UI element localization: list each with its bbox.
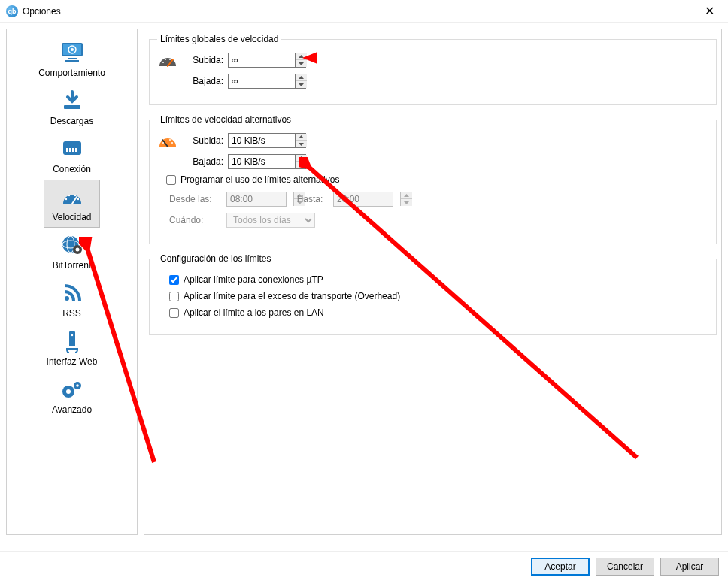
sidebar-item-label: Velocidad [52, 212, 91, 222]
sidebar-item-label: Interfaz Web [47, 356, 98, 367]
global-download-label: Bajada: [183, 76, 228, 86]
alt-limits-legend: Límites de velocidad alternativos [157, 114, 294, 125]
svg-point-13 [68, 195, 69, 196]
overhead-label: Aplicar límite para el exceso de transpo… [184, 291, 400, 301]
cancel-button[interactable]: Cancelar [596, 558, 654, 576]
gears-icon [60, 376, 84, 403]
sidebar-item-advanced[interactable]: Avanzado [44, 372, 100, 420]
svg-point-21 [65, 296, 69, 301]
when-label: Cuándo: [169, 215, 222, 225]
overhead-checkbox[interactable] [169, 292, 179, 301]
global-limits-group: Límites globales de velocidad Subida: Ba… [149, 34, 717, 105]
sidebar-item-behavior[interactable]: Comportamiento [44, 35, 100, 83]
svg-rect-9 [69, 148, 71, 152]
svg-point-27 [66, 389, 71, 394]
svg-point-15 [77, 198, 78, 200]
alt-download-input[interactable] [229, 155, 295, 168]
svg-rect-8 [66, 148, 68, 152]
alt-upload-spinner[interactable] [228, 133, 306, 148]
to-time-spinner [333, 192, 393, 207]
limit-config-group: Configuración de los límites Aplicar lím… [149, 253, 717, 335]
global-limits-legend: Límites globales de velocidad [157, 34, 281, 44]
svg-point-29 [162, 62, 164, 63]
svg-point-31 [169, 59, 171, 60]
alt-upload-label: Subida: [183, 135, 228, 146]
svg-point-23 [71, 334, 72, 336]
sidebar-item-bittorrent[interactable]: BitTorrent [44, 228, 100, 276]
spin-up-button[interactable] [296, 53, 307, 60]
apply-button[interactable]: Aplicar [660, 558, 719, 576]
window-close-button[interactable]: ✕ [697, 4, 722, 18]
globe-gear-icon [61, 231, 83, 259]
alt-download-label: Bajada: [183, 156, 228, 167]
svg-point-33 [169, 139, 171, 141]
svg-rect-2 [68, 58, 77, 59]
limit-config-legend: Configuración de los límites [157, 253, 274, 264]
window-title: Opciones [23, 6, 61, 17]
alt-limits-group: Límites de velocidad alternativos Subida… [149, 114, 717, 244]
sidebar-item-connection[interactable]: Conexión [44, 132, 100, 180]
lan-checkbox[interactable] [169, 308, 179, 318]
sidebar-item-label: Descargas [50, 116, 93, 126]
svg-point-28 [76, 384, 79, 387]
sidebar-item-rss[interactable]: RSS [44, 276, 100, 324]
spin-up-button[interactable] [296, 134, 307, 141]
alt-upload-input[interactable] [229, 134, 295, 147]
speedometer-icon [60, 183, 84, 210]
from-time-spinner [226, 192, 287, 207]
spin-up-button [401, 192, 412, 199]
utp-checkbox[interactable] [169, 275, 179, 285]
from-label: Desde las: [169, 194, 222, 204]
svg-rect-24 [66, 348, 78, 350]
svg-point-34 [171, 142, 173, 144]
speedometer-small-icon [157, 53, 178, 68]
spin-up-button[interactable] [296, 74, 307, 81]
app-icon: qb [6, 5, 18, 17]
settings-sidebar: Comportamiento Descargas Conexión Veloci… [6, 29, 138, 535]
rss-icon [62, 280, 83, 307]
spin-down-button[interactable] [296, 81, 307, 88]
alt-download-spinner[interactable] [228, 154, 306, 169]
to-time-input [334, 192, 400, 206]
svg-point-20 [75, 248, 79, 252]
server-icon [63, 328, 81, 355]
sidebar-item-label: Comportamiento [38, 68, 105, 78]
schedule-label: Programar el uso de límites alternativos [180, 174, 339, 185]
network-port-icon [61, 135, 83, 162]
dialog-button-bar: Aceptar Cancelar Aplicar [0, 551, 728, 581]
spin-down-button[interactable] [296, 162, 307, 168]
svg-rect-11 [75, 148, 77, 152]
global-download-spinner[interactable] [228, 74, 306, 89]
svg-rect-10 [72, 148, 74, 152]
when-select: Todos los días [226, 213, 315, 228]
global-upload-input[interactable] [229, 53, 295, 67]
utp-label: Aplicar límite para conexiones µTP [184, 274, 323, 285]
svg-point-5 [71, 48, 74, 51]
svg-point-12 [65, 198, 66, 200]
sidebar-item-webui[interactable]: Interfaz Web [44, 324, 100, 372]
alt-speedometer-icon [157, 133, 178, 148]
spin-down-button[interactable] [296, 141, 307, 147]
sidebar-item-label: Conexión [53, 164, 91, 174]
svg-point-32 [162, 142, 164, 144]
lan-label: Aplicar el límite a los pares en LAN [184, 307, 324, 318]
svg-rect-6 [64, 105, 80, 109]
global-upload-spinner[interactable] [228, 53, 306, 68]
from-time-input [227, 192, 293, 206]
sidebar-item-label: BitTorrent [53, 260, 91, 271]
sidebar-item-label: Avanzado [52, 404, 92, 415]
monitor-gear-icon [59, 39, 85, 66]
spin-up-button[interactable] [296, 155, 307, 162]
settings-panel: Límites globales de velocidad Subida: Ba… [144, 29, 722, 535]
svg-point-14 [74, 195, 75, 196]
spin-down-button [401, 199, 412, 206]
sidebar-item-label: RSS [62, 308, 81, 319]
window-titlebar: qb Opciones ✕ [0, 0, 728, 23]
sidebar-item-speed[interactable]: Velocidad [44, 180, 100, 228]
sidebar-item-downloads[interactable]: Descargas [44, 83, 100, 132]
global-download-input[interactable] [229, 74, 295, 88]
ok-button[interactable]: Aceptar [531, 558, 590, 576]
svg-rect-3 [65, 60, 79, 62]
schedule-checkbox[interactable] [166, 175, 176, 185]
spin-down-button[interactable] [296, 60, 307, 67]
